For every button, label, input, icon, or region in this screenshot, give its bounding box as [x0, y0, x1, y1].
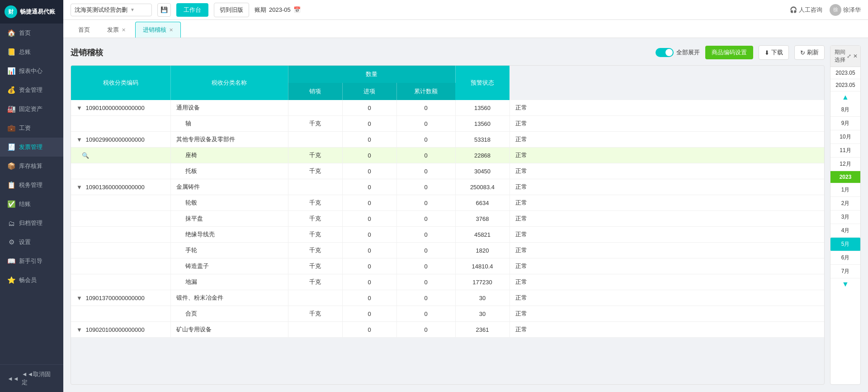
table-cell-total: 45821	[455, 227, 509, 243]
company-selector[interactable]: 沈海英测试经营勿删 ▼	[71, 4, 152, 16]
save-icon: 💾	[160, 6, 168, 13]
panel-controls: ⤢ ✕	[847, 53, 858, 59]
table-cell-warning: 正常	[509, 116, 824, 132]
expand-icon[interactable]: ▼	[76, 105, 82, 111]
table-row: ▼ 109010000000000000 通用设备 0 0 13560 正常	[71, 100, 824, 116]
tab-invoice[interactable]: 发票 ✕	[99, 22, 133, 38]
table-cell-name: 轮毂	[170, 195, 288, 211]
table-cell-warning: 正常	[509, 227, 824, 243]
tab-home[interactable]: 首页	[71, 22, 98, 38]
sidebar-item-inventory[interactable]: 📦 库存核算	[0, 157, 63, 176]
period-list: 2023.05 2023.05 ▲ 8月 9月 10月 11月 12月 2023…	[830, 67, 860, 384]
service-button[interactable]: 🎧 人工咨询	[790, 6, 822, 14]
ledger-icon: 📒	[7, 48, 15, 56]
search-icon[interactable]: 🔍	[82, 152, 89, 159]
refresh-button[interactable]: ↻ 刷新	[794, 45, 825, 60]
table-cell-name: 托板	[170, 163, 288, 179]
table-cell-unit	[288, 100, 342, 116]
tab-reconcile[interactable]: 进销稽核 ✕	[135, 22, 181, 38]
panel-close-button[interactable]: ✕	[853, 53, 858, 59]
salary-icon: 💼	[7, 124, 15, 132]
period-selector[interactable]: 账期 2023-05 📅	[255, 6, 301, 14]
topbar: 沈海英测试经营勿删 ▼ 💾 工作台 切到旧版 账期 2023-05 📅 🎧 人工…	[63, 0, 868, 20]
user-menu[interactable]: 徐 徐泽华	[830, 4, 861, 16]
period-4[interactable]: 4月	[830, 224, 860, 238]
table-cell-warning: 正常	[509, 274, 824, 290]
sidebar-item-archive[interactable]: 🗂 归档管理	[0, 214, 63, 233]
period-nav-up-button[interactable]: ▲	[840, 91, 851, 103]
expand-toggle[interactable]: 全部展开	[656, 48, 700, 57]
period-7[interactable]: 7月	[830, 265, 860, 278]
expand-icon[interactable]: ▼	[76, 184, 82, 191]
table-cell-total: 30	[455, 290, 509, 306]
sidebar-label-assets: 固定资产	[19, 105, 42, 113]
table-cell-total: 177230	[455, 274, 509, 290]
period-2[interactable]: 2月	[830, 197, 860, 210]
period-8[interactable]: 8月	[830, 103, 860, 117]
table-cell-unit: 千克	[288, 211, 342, 227]
table-row: 轴 千克 0 0 13560 正常	[71, 116, 824, 132]
right-panel: 期间选择 ⤢ ✕ 2023.05 2023.05 ▲ 8月 9月 10月 11月…	[830, 45, 861, 385]
period-9[interactable]: 9月	[830, 117, 860, 130]
avatar: 徐	[830, 4, 841, 16]
period-10[interactable]: 10月	[830, 130, 860, 144]
table-cell-name: 座椅	[170, 148, 288, 163]
expand-icon[interactable]: ▼	[76, 326, 82, 333]
period-nav-down-button[interactable]: ▼	[840, 278, 851, 290]
toggle-track[interactable]	[656, 48, 674, 57]
period-6[interactable]: 6月	[830, 251, 860, 265]
table-cell-code	[71, 163, 170, 179]
sidebar-item-home[interactable]: 🏠 首页	[0, 24, 63, 43]
sidebar-item-settings[interactable]: ⚙ 设置	[0, 233, 63, 252]
expand-icon[interactable]: ▼	[76, 136, 82, 143]
product-code-button[interactable]: 商品编码设置	[705, 46, 753, 59]
table-cell-name: 其他专用设备及零部件	[170, 132, 288, 148]
expand-icon[interactable]: ▼	[76, 295, 82, 301]
table-row: 绝缘导线壳 千克 0 0 45821 正常	[71, 227, 824, 243]
sidebar-label-invoice: 发票管理	[19, 143, 42, 151]
assets-icon: 🏭	[7, 105, 15, 113]
sidebar-item-invoice[interactable]: 🧾 发票管理	[0, 138, 63, 157]
table-cell-code: ▼ 109029900000000000	[71, 132, 170, 148]
table-cell-purchase: 0	[396, 322, 455, 338]
download-button[interactable]: ⬇ 下载	[759, 45, 789, 60]
sidebar-item-settlement[interactable]: ✅ 结账	[0, 195, 63, 214]
sidebar-item-assets[interactable]: 🏭 固定资产	[0, 100, 63, 119]
period-11[interactable]: 11月	[830, 144, 860, 158]
content-area: 进销稽核 全部展开 商品编码设置 ⬇ 下载 ↻ 刷	[63, 38, 868, 392]
table-cell-code: ▼ 109013700000000000	[71, 290, 170, 306]
sidebar-item-ledger[interactable]: 📒 总账	[0, 43, 63, 62]
logo-icon: 财	[5, 5, 17, 18]
refresh-label: 刷新	[807, 48, 819, 57]
sidebar-label-home: 首页	[19, 29, 31, 37]
table-cell-purchase: 0	[396, 195, 455, 211]
save-button[interactable]: 💾	[157, 3, 171, 17]
sidebar-item-member[interactable]: ⭐ 畅会员	[0, 271, 63, 290]
page-title: 进销稽核	[71, 47, 103, 58]
toggle-label: 全部展开	[676, 48, 700, 57]
period-3[interactable]: 3月	[830, 210, 860, 224]
sidebar-item-tax[interactable]: 📋 税务管理	[0, 176, 63, 195]
period-1[interactable]: 1月	[830, 183, 860, 197]
period-item-2023-05-b[interactable]: 2023.05	[830, 79, 860, 91]
sidebar-item-guide[interactable]: 📖 新手引导	[0, 252, 63, 271]
tax-icon: 📋	[7, 181, 15, 189]
period-5-active[interactable]: 5月	[830, 238, 860, 251]
sidebar-item-funds[interactable]: 💰 资金管理	[0, 81, 63, 100]
table-row: 铸造盖子 千克 0 0 14810.4 正常	[71, 258, 824, 274]
sidebar-item-reports[interactable]: 📊 报表中心	[0, 62, 63, 81]
period-12[interactable]: 12月	[830, 158, 860, 171]
old-version-button[interactable]: 切到旧版	[214, 3, 249, 17]
tab-reconcile-close[interactable]: ✕	[169, 27, 173, 33]
table-cell-name: 抹平盘	[170, 211, 288, 227]
table-row: 轮毂 千克 0 0 6634 正常	[71, 195, 824, 211]
panel-expand-button[interactable]: ⤢	[847, 53, 851, 59]
invoice-icon: 🧾	[7, 143, 15, 151]
period-item-2023-05-a[interactable]: 2023.05	[830, 67, 860, 79]
sidebar-item-salary[interactable]: 💼 工资	[0, 119, 63, 138]
company-name: 沈海英测试经营勿删	[75, 6, 127, 14]
sidebar-footer-unpin[interactable]: ◄◄ ◄◄取消固定	[0, 364, 63, 392]
workbench-button[interactable]: 工作台	[176, 3, 208, 17]
table-cell-code	[71, 243, 170, 258]
tab-invoice-close[interactable]: ✕	[122, 27, 126, 33]
